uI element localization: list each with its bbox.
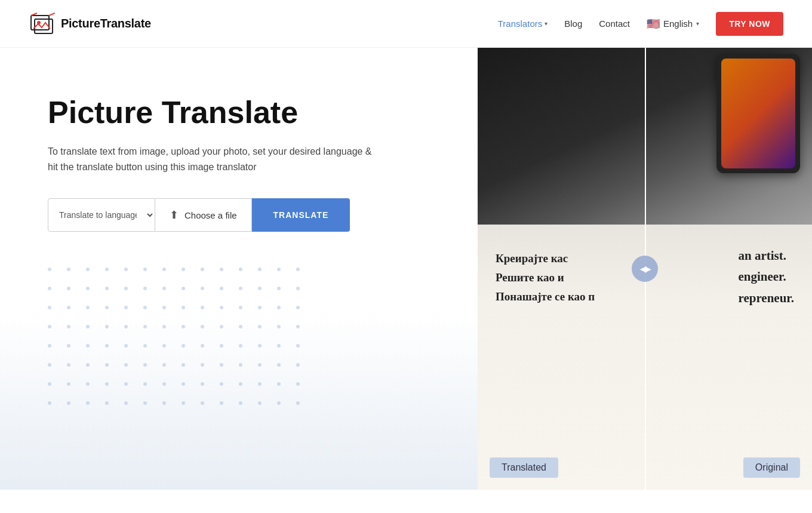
decorative-dot bbox=[86, 363, 90, 367]
language-selector[interactable]: 🇺🇸 English ▾ bbox=[647, 17, 699, 30]
logo[interactable]: PictureTranslate bbox=[29, 11, 151, 37]
decorative-dot bbox=[258, 325, 262, 328]
decorative-dot bbox=[48, 268, 51, 271]
decorative-dot bbox=[220, 287, 223, 290]
decorative-dot bbox=[143, 287, 147, 290]
decorative-dot bbox=[86, 401, 90, 405]
decorative-dot bbox=[220, 325, 223, 328]
scene-phone-screen bbox=[721, 59, 795, 168]
translated-text-overlay: Креирајте кас Решите као и Понашајте се … bbox=[496, 248, 595, 306]
compare-container: Креирајте кас Решите као и Понашајте се … bbox=[478, 48, 812, 490]
nav-link-contact[interactable]: Contact bbox=[599, 19, 630, 29]
decorative-dot bbox=[86, 287, 90, 290]
decorative-dot bbox=[86, 306, 90, 309]
compare-handle[interactable]: ◀▶ bbox=[632, 256, 658, 282]
decorative-dot bbox=[143, 306, 147, 309]
decorative-dot bbox=[105, 268, 109, 271]
decorative-dot bbox=[48, 401, 51, 405]
translators-chevron-icon: ▾ bbox=[545, 20, 548, 27]
decorative-dot bbox=[86, 268, 90, 271]
decorative-dot bbox=[201, 306, 204, 309]
decorative-dot bbox=[277, 401, 281, 405]
decorative-dot bbox=[67, 382, 70, 386]
decorative-dot bbox=[277, 382, 281, 386]
decorative-dot bbox=[105, 401, 109, 405]
language-select[interactable]: Translate to language Spanish French Ger… bbox=[48, 198, 155, 232]
translate-button[interactable]: TRANSLATE bbox=[252, 198, 350, 232]
decorative-dot bbox=[162, 325, 166, 328]
nav-link-blog[interactable]: Blog bbox=[564, 19, 582, 29]
decorative-dot bbox=[296, 382, 300, 386]
decorative-dot bbox=[67, 363, 70, 367]
decorative-dot bbox=[124, 401, 128, 405]
decorative-dot bbox=[182, 287, 185, 290]
upload-icon: ⬆ bbox=[170, 208, 179, 222]
decorative-dot bbox=[239, 268, 242, 271]
decorative-dot bbox=[162, 268, 166, 271]
hero-description: To translate text from image, upload you… bbox=[48, 144, 382, 174]
decorative-dot bbox=[67, 401, 70, 405]
image-compare-panel: Креирајте кас Решите као и Понашајте се … bbox=[478, 48, 812, 490]
decorative-dot bbox=[220, 401, 223, 405]
decorative-dot bbox=[239, 401, 242, 405]
navbar: PictureTranslate Translators ▾ Blog Cont… bbox=[0, 0, 812, 48]
svg-line-3 bbox=[49, 13, 55, 16]
decorative-dot bbox=[162, 363, 166, 367]
nav-link-translators[interactable]: Translators ▾ bbox=[498, 19, 548, 29]
decorative-dot bbox=[258, 382, 262, 386]
svg-rect-1 bbox=[35, 19, 53, 33]
decorative-dot bbox=[48, 306, 51, 309]
decorative-dot bbox=[201, 268, 204, 271]
decorative-dot bbox=[124, 344, 128, 348]
decorative-dot bbox=[143, 363, 147, 367]
hero-left: Picture Translate To translate text from… bbox=[0, 48, 418, 442]
compare-arrows-icon: ◀▶ bbox=[640, 265, 650, 274]
decorative-dot bbox=[105, 306, 109, 309]
choose-file-button[interactable]: ⬆ Choose a file bbox=[155, 198, 252, 232]
decorative-dot bbox=[162, 306, 166, 309]
decorative-dot bbox=[201, 344, 204, 348]
decorative-dot bbox=[258, 363, 262, 367]
decorative-dot bbox=[162, 401, 166, 405]
decorative-dot bbox=[277, 268, 281, 271]
decorative-dot bbox=[48, 344, 51, 348]
decorative-dot bbox=[201, 382, 204, 386]
decorative-dot bbox=[124, 382, 128, 386]
decorative-dot bbox=[220, 344, 223, 348]
decorative-dot bbox=[143, 325, 147, 328]
decorative-dot bbox=[239, 306, 242, 309]
decorative-dot bbox=[296, 363, 300, 367]
decorative-dot bbox=[182, 268, 185, 271]
decorative-dot bbox=[67, 306, 70, 309]
decorative-dot bbox=[143, 382, 147, 386]
decorative-dot bbox=[201, 363, 204, 367]
decorative-dot bbox=[239, 287, 242, 290]
decorative-dot bbox=[48, 287, 51, 290]
translated-label: Translated bbox=[490, 457, 558, 478]
hero-title: Picture Translate bbox=[48, 96, 382, 130]
decorative-dot bbox=[296, 401, 300, 405]
decorative-dot bbox=[277, 325, 281, 328]
decorative-dot bbox=[201, 325, 204, 328]
decorative-dot bbox=[105, 363, 109, 367]
scene-phone bbox=[716, 54, 800, 173]
decorative-dot bbox=[258, 344, 262, 348]
decorative-dot bbox=[277, 344, 281, 348]
original-label: Original bbox=[743, 457, 800, 478]
decorative-dot bbox=[201, 287, 204, 290]
decorative-dot bbox=[162, 382, 166, 386]
decorative-dot bbox=[182, 363, 185, 367]
decorative-dot bbox=[67, 287, 70, 290]
decorative-dot bbox=[296, 268, 300, 271]
decorative-dot bbox=[48, 382, 51, 386]
decorative-dot bbox=[162, 344, 166, 348]
decorative-dot bbox=[258, 287, 262, 290]
logo-icon bbox=[29, 11, 55, 37]
decorative-dot bbox=[67, 325, 70, 328]
try-now-button[interactable]: TRY NOW bbox=[716, 12, 783, 36]
decorative-dot bbox=[296, 344, 300, 348]
decorative-dot bbox=[143, 401, 147, 405]
language-label: English bbox=[663, 19, 693, 29]
decorative-dot bbox=[220, 268, 223, 271]
decorative-dot bbox=[277, 287, 281, 290]
